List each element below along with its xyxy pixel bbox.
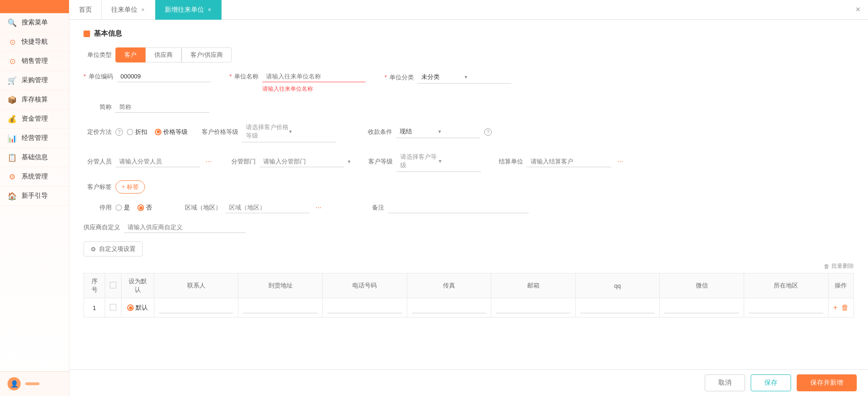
pricing-help-icon[interactable]: ? [115,128,123,136]
sales-icon: ⊙ [8,56,17,66]
contacts-table: 序号 设为默认 联系人 到货地址 电话号码 传真 邮箱 qq 微信 所在地区 [84,273,854,318]
th-address: 到货地址 [238,273,323,298]
sidebar: 🔍 搜索菜单 ⊙ 快捷导航 ⊙ 销售管理 🛒 采购管理 📦 库存核算 💰 资金管… [0,0,69,396]
price-level-select[interactable]: 请选择客户价格等级 ▾ [242,121,336,142]
basic-icon: 📋 [8,153,17,162]
unit-type-btn-both[interactable]: 客户/供应商 [182,47,232,62]
tab-add-partner[interactable]: 新增往来单位 × [155,0,222,20]
manager-input[interactable] [115,156,200,167]
manager-more-icon[interactable]: ··· [204,157,213,166]
unit-code-input[interactable] [117,71,211,82]
delete-row-icon[interactable]: 🗑 [841,303,849,312]
short-name-group: 简称 [84,101,209,113]
section-icon [84,31,90,37]
payment-help-icon[interactable]: ? [484,128,492,136]
sidebar-item-sales[interactable]: ⊙ 销售管理 [0,52,69,71]
pricing-radio-discount[interactable]: 折扣 [127,128,147,136]
tab-partners[interactable]: 往来单位 × [102,0,155,20]
customer-level-label: 客户等级 [365,157,393,166]
td-contact[interactable] [154,298,238,318]
add-tag-button[interactable]: + 标签 [115,180,145,194]
sidebar-item-purchase[interactable]: 🛒 采购管理 [0,71,69,90]
settlement-more-icon[interactable]: ··· [615,157,625,166]
batch-delete-button[interactable]: 🗑 批量删除 [84,262,854,270]
payment-terms-select[interactable]: 现结 ▾ [396,125,480,138]
region-group: 区域（地区） ··· [185,202,323,213]
wechat-input[interactable] [664,302,739,313]
disable-group: 停用 是 否 [84,203,152,212]
pricing-radio-level[interactable]: 价格等级 [155,128,188,136]
fax-input[interactable] [412,302,487,313]
save-button[interactable]: 保存 [751,374,791,391]
td-phone[interactable] [323,298,407,318]
content-area: 基本信息 单位类型 客户 供应商 客户/供应商 * 单位编码 [69,20,868,369]
unit-category-select[interactable]: 未分类 ▾ [418,71,511,84]
contact-input[interactable] [159,302,234,313]
th-action: 操作 [828,273,853,298]
sidebar-item-guide[interactable]: 🏠 新手引导 [0,186,69,206]
table-header: 序号 设为默认 联系人 到货地址 电话号码 传真 邮箱 qq 微信 所在地区 [84,273,854,298]
cancel-button[interactable]: 取消 [705,374,745,391]
finance-icon: 💰 [8,114,17,124]
td-fax[interactable] [407,298,491,318]
unit-name-error: 请输入往来单位名称 [262,84,366,93]
region-input[interactable] [225,202,310,213]
manager-group: 分管人员 ··· [84,156,213,167]
disable-radio-yes[interactable]: 是 [115,203,130,212]
sidebar-item-search[interactable]: 🔍 搜索菜单 [0,13,69,32]
td-wechat[interactable] [660,298,744,318]
table-region-input[interactable] [749,302,823,313]
row-checkbox[interactable] [110,304,116,311]
default-radio[interactable]: 默认 [126,303,149,312]
delete-icon: 🗑 [824,263,830,270]
disable-radio-no[interactable]: 否 [137,203,152,212]
radio-circle-default [127,304,134,311]
close-all-tabs[interactable]: × [848,0,868,20]
dept-input[interactable] [259,156,344,167]
customer-level-group: 客户等级 请选择客户等级 ▾ [365,151,481,172]
settlement-input[interactable] [527,156,611,167]
unit-name-input[interactable] [262,71,365,82]
unit-name-inner: * 单位名称 [229,71,366,82]
tab-home[interactable]: 首页 [69,0,102,20]
tab-home-label: 首页 [79,6,92,14]
unit-code-group: * 单位编码 [84,71,211,82]
save-new-button[interactable]: 保存并新增 [797,374,857,391]
sidebar-item-finance[interactable]: 💰 资金管理 [0,109,69,129]
td-address[interactable] [238,298,323,318]
email-input[interactable] [496,302,571,313]
chevron-down-icon-3: ▾ [438,128,477,135]
unit-name-label: * 单位名称 [229,72,259,81]
unit-category-label: * 单位分类 [384,73,414,82]
add-row-icon[interactable]: + [833,303,838,312]
sidebar-item-system[interactable]: ⚙ 系统管理 [0,167,69,186]
tab-add-partner-close[interactable]: × [207,7,212,13]
footer-bar: 取消 保存 保存并新增 [69,369,868,396]
sidebar-item-basic[interactable]: 📋 基础信息 [0,148,69,167]
sidebar-item-label: 经营管理 [22,134,48,142]
table-section: 🗑 批量删除 序号 设为默认 联系人 到货地址 电话号码 传真 [84,262,854,318]
tag-label: 客户标签 [84,183,112,191]
customer-level-select[interactable]: 请选择客户等级 ▾ [396,151,481,172]
sidebar-footer: 👤 [0,371,69,396]
region-more-icon[interactable]: ··· [313,203,323,212]
qq-input[interactable] [580,302,655,313]
unit-type-btn-customer[interactable]: 客户 [115,47,145,62]
remark-input[interactable] [388,202,529,213]
short-name-input[interactable] [115,101,209,113]
sidebar-item-operations[interactable]: 📊 经营管理 [0,129,69,148]
td-email[interactable] [491,298,576,318]
header-checkbox[interactable] [110,282,116,288]
sidebar-item-quick-nav[interactable]: ⊙ 快捷导航 [0,32,69,52]
supplier-custom-input[interactable] [124,222,246,233]
unit-type-btn-supplier[interactable]: 供应商 [145,47,182,62]
chevron-down-icon-4: ▾ [439,158,477,164]
tab-partners-close[interactable]: × [140,7,145,13]
custom-settings-button[interactable]: ⚙ 自定义项设置 [84,241,143,256]
address-input[interactable] [243,302,318,313]
sidebar-item-inventory[interactable]: 📦 库存核算 [0,90,69,109]
td-checkbox [105,298,122,318]
td-qq[interactable] [575,298,660,318]
td-region[interactable] [744,298,829,318]
phone-input[interactable] [327,302,402,313]
